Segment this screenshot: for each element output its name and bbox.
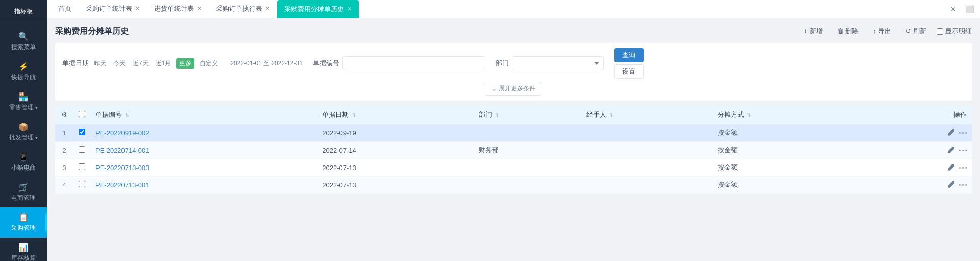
row-checkbox-2[interactable] — [74, 159, 90, 176]
sidebar-item-retail[interactable]: 🏪 零售管理 ▾ — [0, 87, 47, 117]
dept-select[interactable] — [512, 56, 604, 70]
date-opt-7days[interactable]: 近7天 — [131, 58, 151, 69]
sidebar-item-ecom[interactable]: 🛒 电商管理 — [0, 177, 47, 207]
row-index-3: 4 — [55, 176, 74, 194]
page-header: 采购费用分摊单历史 + 新增 🗑 删除 ↑ 导出 ↺ 刷新 显示明细 — [55, 25, 972, 38]
tab-close-purchase-order-stats[interactable]: ✕ — [135, 5, 140, 12]
sidebar-icon-wholesale: 📦 — [18, 122, 29, 132]
sidebar-item-search[interactable]: 🔍 搜索菜单 — [0, 27, 47, 57]
filter-more-row: ⌄ 展开更多条件 — [62, 82, 965, 96]
row-edit-1[interactable] — [947, 147, 955, 154]
filter-settings-button[interactable]: 设置 — [614, 64, 644, 79]
tab-close-purchase-arrival-stats[interactable]: ✕ — [197, 5, 202, 12]
row-docdate-1: 2022-07-14 — [317, 141, 473, 159]
restore-window-button[interactable]: ⬜ — [964, 3, 976, 15]
row-more-2[interactable] — [959, 164, 967, 172]
table-row: 4 PE-20220713-001 2022-07-13 按金额 — [55, 176, 972, 194]
add-button[interactable]: + 新增 — [799, 25, 826, 38]
sidebar-item-wholesale[interactable]: 📦 批发管理 ▾ — [0, 117, 47, 147]
sidebar-icon-quicknav: ⚡ — [18, 62, 29, 72]
docnum-input[interactable] — [342, 56, 485, 70]
row-splitmethod-3: 按金额 — [713, 176, 867, 194]
row-edit-0[interactable] — [947, 129, 955, 137]
col-handler: 经手人 ⇅ — [581, 106, 713, 124]
doc-link-0[interactable]: PE-20220919-002 — [95, 129, 150, 137]
col-docdate: 单据日期 ⇅ — [317, 106, 473, 124]
sort-splitmethod-icon[interactable]: ⇅ — [747, 112, 751, 118]
sidebar-icon-ecom: 🛒 — [18, 182, 29, 192]
row-splitmethod-2: 按金额 — [713, 159, 867, 176]
date-opt-more[interactable]: 更多 — [176, 58, 194, 69]
delete-button[interactable]: 🗑 删除 — [833, 25, 863, 38]
col-splitmethod: 分摊方式 ⇅ — [713, 106, 867, 124]
sidebar-item-mini[interactable]: 📱 小畅电商 — [0, 147, 47, 177]
date-opt-custom[interactable]: 自定义 — [198, 58, 220, 69]
row-dept-2 — [474, 159, 581, 176]
row-more-3[interactable] — [959, 181, 967, 189]
sidebar-icon-inventory: 📊 — [18, 243, 29, 252]
sidebar-label-inventory: 库存核算 — [11, 254, 36, 261]
date-opt-today[interactable]: 今天 — [111, 58, 128, 69]
page-title: 采购费用分摊单历史 — [55, 26, 129, 37]
row-handler-1 — [581, 141, 713, 159]
expand-filter-button[interactable]: ⌄ 展开更多条件 — [485, 82, 542, 96]
row-actions-0 — [867, 124, 972, 141]
data-table: ⚙ 单据编号 ⇅ 单据日期 ⇅ 部门 — [55, 106, 972, 194]
export-button[interactable]: ↑ 导出 — [869, 25, 895, 38]
row-more-0[interactable] — [959, 129, 967, 137]
col-settings[interactable]: ⚙ — [55, 106, 74, 124]
col-docnum: 单据编号 ⇅ — [90, 106, 317, 124]
main-content: 首页采购订单统计表✕进货单统计表✕采购订单执行表✕采购费用分摊单历史✕ ✕ ⬜ … — [47, 0, 980, 261]
table-container: ⚙ 单据编号 ⇅ 单据日期 ⇅ 部门 — [55, 106, 972, 194]
tab-purchase-order-exec[interactable]: 采购订单执行表✕ — [209, 0, 277, 18]
row-checkbox-0[interactable] — [74, 124, 90, 141]
tab-purchase-order-stats[interactable]: 采购订单统计表✕ — [79, 0, 147, 18]
sort-dept-icon[interactable]: ⇅ — [495, 112, 499, 118]
sidebar-icon-purchase: 📋 — [18, 212, 29, 222]
sidebar: 指标板 🔍 搜索菜单⚡ 快捷导航🏪 零售管理 ▾📦 批发管理 ▾📱 小畅电商🛒 … — [0, 0, 47, 261]
date-opt-yesterday[interactable]: 昨天 — [92, 58, 108, 69]
table-body: 1 PE-20220919-002 2022-09-19 按金额 2 — [55, 124, 972, 194]
sort-docdate-icon[interactable]: ⇅ — [352, 112, 356, 118]
tab-close-purchase-fee-history[interactable]: ✕ — [347, 6, 352, 12]
filter-date-range: 2022-01-01 至 2022-12-31 — [230, 59, 302, 68]
sidebar-item-quicknav[interactable]: ⚡ 快捷导航 — [0, 57, 47, 87]
sort-handler-icon[interactable]: ⇅ — [609, 112, 613, 118]
docnum-label: 单据编号 — [313, 59, 339, 68]
filter-date: 单据日期 昨天 今天 近7天 近1月 更多 自定义 — [62, 58, 220, 69]
expand-icon: ⌄ — [492, 85, 497, 92]
show-detail-input[interactable] — [937, 28, 943, 35]
row-actions-2 — [867, 159, 972, 176]
row-checkbox-1[interactable] — [74, 141, 90, 159]
date-opt-1month[interactable]: 近1月 — [154, 58, 174, 69]
tab-label-purchase-fee-history: 采购费用分摊单历史 — [284, 5, 344, 14]
row-more-1[interactable] — [959, 147, 967, 154]
select-all-checkbox[interactable] — [79, 111, 85, 117]
filter-area: 单据日期 昨天 今天 近7天 近1月 更多 自定义 2022-01-01 至 2… — [55, 43, 972, 101]
doc-link-1[interactable]: PE-20220714-001 — [95, 147, 150, 154]
doc-link-3[interactable]: PE-20220713-001 — [95, 181, 150, 189]
tab-purchase-fee-history[interactable]: 采购费用分摊单历史✕ — [277, 0, 359, 18]
dept-label: 部门 — [496, 59, 509, 68]
tab-bar: 首页采购订单统计表✕进货单统计表✕采购订单执行表✕采购费用分摊单历史✕ ✕ ⬜ — [47, 0, 980, 18]
tab-purchase-arrival-stats[interactable]: 进货单统计表✕ — [147, 0, 209, 18]
row-checkbox-3[interactable] — [74, 176, 90, 194]
row-actions-3 — [867, 176, 972, 194]
tab-home[interactable]: 首页 — [51, 0, 79, 18]
close-window-button[interactable]: ✕ — [947, 3, 960, 15]
show-detail-checkbox[interactable]: 显示明细 — [937, 27, 972, 36]
row-edit-2[interactable] — [947, 164, 955, 172]
sidebar-icon-search: 🔍 — [18, 32, 29, 41]
sidebar-logo: 指标板 — [0, 5, 47, 18]
sidebar-item-purchase[interactable]: 📋 采购管理 — [0, 207, 47, 238]
refresh-button[interactable]: ↺ 刷新 — [901, 25, 930, 38]
doc-link-2[interactable]: PE-20220713-003 — [95, 164, 150, 172]
sidebar-item-inventory[interactable]: 📊 库存核算 — [0, 238, 47, 261]
sort-docnum-icon[interactable]: ⇅ — [125, 112, 129, 118]
query-button[interactable]: 查询 — [614, 48, 644, 62]
sidebar-icon-retail: 🏪 — [18, 92, 29, 102]
table-row: 3 PE-20220713-003 2022-07-13 按金额 — [55, 159, 972, 176]
tab-close-purchase-order-exec[interactable]: ✕ — [265, 5, 270, 12]
row-edit-3[interactable] — [947, 181, 955, 189]
filter-dept: 部门 — [496, 56, 604, 70]
